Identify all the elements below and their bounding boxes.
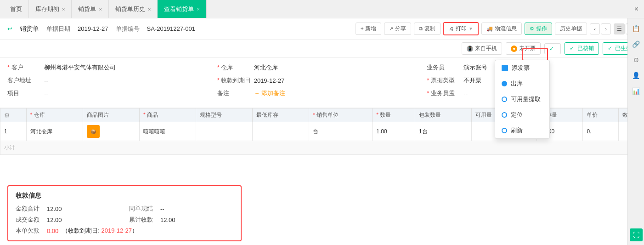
next-arrow[interactable]: › [601,23,611,34]
col-unit: 销售单位 [309,108,373,122]
outbound-icon [502,81,507,86]
payment-grid: 金额合计 12.00 同单现结 -- 成交金额 12.00 累计收款 12.00… [16,205,233,235]
print-button[interactable]: 🖨 打印 ▼ [443,22,479,35]
customer-field: 客户 柳州粤港平安气体有限公司 [7,63,217,72]
share-button[interactable]: ↗ 分享 [384,23,411,35]
tab-sales-history[interactable]: 销货单历史 × [109,0,158,18]
ticket-value: 不开票 [463,76,481,85]
tab-bar-close-button[interactable]: × [634,5,638,13]
payment-title: 收款信息 [16,192,233,200]
staff2-label: 业务员孟 [427,89,463,97]
sidebar-btn-5[interactable]: 📊 [630,85,643,97]
staff-value: 演示账号 [463,63,487,72]
owe-note: （收款到期日: 2019-12-27） [62,227,138,235]
col-image: 商品图片 [83,108,139,122]
owe-label: 本单欠款 [16,227,43,235]
due-date-value: 2019-12-27 [254,77,285,84]
col-settings: ⚙ [0,108,27,122]
locate-icon [502,112,507,118]
dropdown-locate[interactable]: 定位 [495,107,549,123]
cell-pack-qty: 1台 [415,122,472,141]
remark-label: 备注 [217,89,254,97]
cell-min-stock [252,122,309,141]
dropdown-refresh[interactable]: 刷新 [495,123,549,138]
address-label: 客户地址 [7,76,44,85]
from-mobile-button[interactable]: 📱 来自手机 [462,42,502,55]
sold-button[interactable]: ✓ 已核销 [565,42,599,55]
due-date-label: 收款到期日 [217,76,254,85]
ticket-icon: ● [511,46,517,52]
cell-spec [196,122,252,141]
add-invoice-icon [502,65,508,71]
sidebar-btn-3[interactable]: ⊙ [630,53,643,66]
tab-close-inventory[interactable]: × [62,6,65,12]
cell-image: 📦 [83,122,139,141]
col-spec: 规格型号 [196,108,252,122]
doc-icon: ↩ [7,25,12,32]
owe-date: 2019-12-27 [102,227,132,234]
product-thumbnail: 📦 [87,125,100,138]
logistics-button[interactable]: 🚚 物流信息 [481,23,522,35]
cumulative-label: 累计收款 [129,216,157,224]
address-value: -- [44,77,48,84]
tab-close-sales[interactable]: × [99,6,102,12]
tab-close-sales-history[interactable]: × [148,6,151,12]
col-qty: 数量 [373,108,415,122]
tab-bar: 首页 库存期初 × 销货单 × 销货单历史 × 查看销货单 × × [0,0,644,18]
staff2-value: -- [463,90,468,97]
not-open-button[interactable]: ● 未开票 [506,42,541,55]
cell-qty: 1.00 [373,122,415,141]
dropdown-outbound[interactable]: 出库 [495,76,549,91]
add-remark-button[interactable]: ＋ 添加备注 [254,89,286,97]
same-order-label: 同单现结 [129,205,157,213]
dropdown-add-invoice[interactable]: 添发票 [495,60,549,76]
customer-label: 客户 [7,63,44,72]
same-order-value: -- [160,205,164,212]
gear-icon[interactable]: ⚙ [4,112,10,119]
avail-extract-icon [502,97,507,102]
subtotal-row: 小计 [0,141,644,155]
tab-home[interactable]: 首页 [4,0,29,18]
no-value: SA-20191227-001 [147,25,196,32]
sidebar-btn-4[interactable]: 👤 [630,69,643,82]
warehouse-value: 河北仓库 [254,63,278,72]
col-warehouse: 仓库 [26,108,83,122]
list-view-btn[interactable]: ☰ [614,23,625,34]
cell-warehouse: 河北仓库 [26,122,83,141]
payment-box: 收款信息 金额合计 12.00 同单现结 -- 成交金额 12.00 累计收款 … [7,185,242,241]
owe-value: 0.00 [47,228,58,234]
project-field: 项目 -- [7,89,217,97]
deal-value: 12.00 [47,217,62,223]
add-button[interactable]: + 新增 [356,23,381,35]
copy-button[interactable]: ⧉ 复制 [414,23,441,35]
cell-product: 嘻嘻嘻嘻 [139,122,196,141]
col-product: 商品 [139,108,196,122]
remark-field: 备注 ＋ 添加备注 [217,89,427,97]
no-label: 单据编号 [116,25,140,33]
prev-arrow[interactable]: ‹ [590,23,600,34]
amount-row: 金额合计 12.00 [16,205,120,213]
tab-inventory[interactable]: 库存期初 × [29,0,72,18]
staff-label: 业务员 [427,63,463,72]
address-field: 客户地址 -- [7,76,217,85]
col-min-stock: 最低库存 [252,108,309,122]
amount-value: 12.00 [47,205,62,212]
sidebar-expand-btn[interactable]: ⛶ [630,228,643,241]
cell-unit: 台 [309,122,373,141]
tab-close-view-sales[interactable]: × [197,6,199,12]
sidebar-btn-2[interactable]: 🔗 [630,38,643,51]
sidebar-btn-1[interactable]: 📋 [630,22,643,35]
cell-no: 1 [0,122,27,141]
same-order-row: 同单现结 -- [129,205,233,213]
cell-price: 0. [583,122,619,141]
operation-button[interactable]: ⚙ 操作 [525,23,552,35]
tab-view-sales[interactable]: 查看销货单 × [158,0,206,18]
history-button[interactable]: 历史单据 [555,23,587,35]
warehouse-label: 仓库 [217,63,254,72]
refresh-icon [502,128,507,133]
mobile-icon: 📱 [467,46,473,52]
approve-icon-button[interactable]: ✓ [544,43,561,54]
dropdown-avail-extract[interactable]: 可用量提取 [495,91,549,107]
deal-row: 成交金额 12.00 [16,216,120,224]
tab-sales[interactable]: 销货单 × [72,0,108,18]
